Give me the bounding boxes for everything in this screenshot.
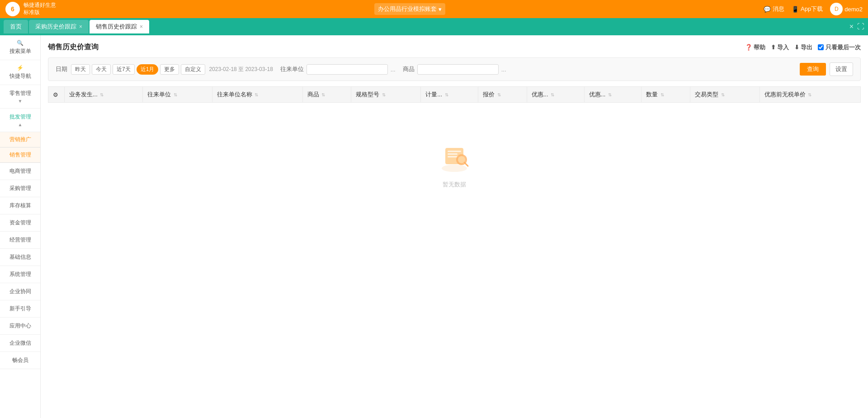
brand-name: 畅捷通好生意 标准版 bbox=[24, 2, 56, 16]
sidebar-item-search[interactable]: 🔍 搜索菜单 bbox=[0, 35, 40, 60]
sidebar-item-member[interactable]: 畅会员 bbox=[0, 352, 40, 369]
help-button[interactable]: ❓ 帮助 bbox=[745, 43, 765, 52]
column-discount2[interactable]: 优惠... ⇅ bbox=[584, 87, 642, 103]
product-lookup-button[interactable]: ... bbox=[501, 66, 506, 73]
sort-icon-discount1: ⇅ bbox=[551, 92, 554, 97]
column-partner-name[interactable]: 往来单位名称 ⇅ bbox=[212, 87, 302, 103]
sidebar-item-wechat[interactable]: 企业微信 bbox=[0, 335, 40, 352]
sidebar-item-retail[interactable]: 零售管理 ▼ bbox=[0, 85, 40, 109]
date-btn-more[interactable]: 更多 bbox=[160, 64, 179, 75]
filter-bar: 日期 昨天 今天 近7天 近1月 更多 自定义 2023-02-18 至 202… bbox=[48, 57, 861, 81]
chevron-down-icon: ▼ bbox=[18, 99, 23, 104]
avatar: D bbox=[830, 3, 843, 15]
product-filter-group: 商品 ... bbox=[403, 64, 506, 75]
nav-icon: ⚡ bbox=[17, 65, 24, 71]
date-btn-1month[interactable]: 近1月 bbox=[137, 64, 159, 75]
topbar: 6 畅捷通好生意 标准版 办公用品行业模拟账套 ▾ 💬 消息 📱 App下载 D… bbox=[0, 0, 868, 18]
sort-icon-partner-name: ⇅ bbox=[255, 92, 258, 97]
sort-icon-product: ⇅ bbox=[321, 92, 325, 97]
help-icon: ❓ bbox=[745, 44, 752, 51]
date-label: 日期 bbox=[56, 65, 67, 73]
sidebar-search-label: 搜索菜单 bbox=[9, 48, 31, 55]
sidebar-enterprise-label: 企业协同 bbox=[9, 288, 31, 295]
sidebar-basicinfo-label: 基础信息 bbox=[9, 253, 31, 261]
partner-input[interactable] bbox=[307, 64, 388, 75]
sidebar-sub-marketing[interactable]: 营销推广 bbox=[0, 132, 40, 147]
last-only-input[interactable] bbox=[818, 44, 824, 50]
topbar-right: 💬 消息 📱 App下载 D demo2 bbox=[764, 3, 863, 15]
column-product[interactable]: 商品 ⇅ bbox=[302, 87, 351, 103]
chevron-down-icon: ▾ bbox=[439, 6, 442, 13]
sidebar-member-label: 畅会员 bbox=[12, 356, 28, 364]
message-button[interactable]: 💬 消息 bbox=[764, 5, 784, 13]
sidebar-sub-sales[interactable]: 销售管理 bbox=[0, 147, 40, 163]
column-unit[interactable]: 计量... ⇅ bbox=[421, 87, 478, 103]
tab-purchase-history[interactable]: 采购历史价跟踪 × bbox=[29, 20, 89, 33]
column-spec[interactable]: 规格型号 ⇅ bbox=[351, 87, 421, 103]
date-btn-custom[interactable]: 自定义 bbox=[181, 64, 205, 75]
sidebar-retail-label: 零售管理 bbox=[9, 90, 31, 97]
sidebar: 🔍 搜索菜单 ⚡ 快捷导航 零售管理 ▼ 批发管理 ▲ 营销推广 销售管理 电商… bbox=[0, 35, 41, 418]
column-price[interactable]: 报价 ⇅ bbox=[478, 87, 527, 103]
sidebar-system-label: 系统管理 bbox=[9, 271, 31, 278]
sidebar-item-guide[interactable]: 新手引导 bbox=[0, 300, 40, 318]
sidebar-item-ecommerce[interactable]: 电商管理 bbox=[0, 163, 40, 180]
column-trade-type[interactable]: 交易类型 ⇅ bbox=[690, 87, 760, 103]
column-qty[interactable]: 数量 ⇅ bbox=[642, 87, 690, 103]
column-discount1[interactable]: 优惠... ⇅ bbox=[527, 87, 584, 103]
sidebar-inventory-label: 库存核算 bbox=[9, 202, 31, 209]
sidebar-item-inventory[interactable]: 库存核算 bbox=[0, 197, 40, 214]
sidebar-item-finance[interactable]: 资金管理 bbox=[0, 214, 40, 232]
last-only-checkbox[interactable]: 只看最后一次 bbox=[818, 43, 861, 52]
sidebar-item-operations[interactable]: 经营管理 bbox=[0, 232, 40, 249]
tab-sales-history[interactable]: 销售历史价跟踪 × bbox=[90, 20, 149, 33]
user-menu[interactable]: D demo2 bbox=[830, 3, 863, 15]
date-btn-7days[interactable]: 近7天 bbox=[113, 64, 135, 75]
close-all-tabs-button[interactable]: × bbox=[849, 23, 854, 31]
search-button[interactable]: 查询 bbox=[800, 63, 826, 76]
column-partner-code[interactable]: 往来单位 ⇅ bbox=[143, 87, 212, 103]
sort-icon-trade-type: ⇅ bbox=[721, 92, 725, 97]
empty-text: 暂无数据 bbox=[443, 180, 466, 189]
sidebar-purchase-label: 采购管理 bbox=[9, 185, 31, 192]
column-gear[interactable]: ⚙ bbox=[48, 87, 65, 103]
topbar-left: 6 畅捷通好生意 标准版 bbox=[5, 2, 56, 16]
sidebar-item-basic-info[interactable]: 基础信息 bbox=[0, 249, 40, 266]
app-logo: 6 bbox=[5, 2, 20, 16]
partner-label: 往来单位 bbox=[280, 65, 304, 73]
tab-home[interactable]: 首页 bbox=[4, 20, 28, 33]
sort-icon-partner-code: ⇅ bbox=[174, 92, 177, 97]
partner-lookup-button[interactable]: ... bbox=[391, 66, 396, 73]
tab-home-label: 首页 bbox=[10, 23, 22, 31]
tab-purchase-history-label: 采购历史价跟踪 bbox=[35, 23, 76, 31]
sidebar-item-system[interactable]: 系统管理 bbox=[0, 266, 40, 283]
sidebar-item-enterprise[interactable]: 企业协同 bbox=[0, 283, 40, 300]
close-sales-history-tab[interactable]: × bbox=[140, 24, 143, 30]
date-btn-yesterday[interactable]: 昨天 bbox=[71, 64, 90, 75]
product-input[interactable] bbox=[417, 64, 499, 75]
maximize-button[interactable]: ⛶ bbox=[857, 23, 864, 31]
search-icon: 🔍 bbox=[17, 40, 24, 46]
sort-icon-price: ⇅ bbox=[497, 92, 501, 97]
topbar-center: 办公用品行业模拟账套 ▾ bbox=[374, 3, 445, 15]
app-download-label: App下载 bbox=[801, 5, 823, 13]
setting-button[interactable]: 设置 bbox=[830, 62, 853, 76]
sidebar-item-quick-nav[interactable]: ⚡ 快捷导航 bbox=[0, 60, 40, 85]
sidebar-item-purchase[interactable]: 采购管理 bbox=[0, 180, 40, 197]
sidebar-apps-label: 应用中心 bbox=[9, 322, 31, 330]
filter-actions: 查询 设置 bbox=[800, 62, 853, 76]
svg-line-7 bbox=[464, 162, 468, 166]
sidebar-item-apps[interactable]: 应用中心 bbox=[0, 318, 40, 335]
app-download-button[interactable]: 📱 App下载 bbox=[792, 5, 823, 13]
column-pretax-price[interactable]: 优惠前无税单价 ⇅ bbox=[760, 87, 860, 103]
tab-sales-history-label: 销售历史价跟踪 bbox=[96, 23, 137, 31]
date-btn-today[interactable]: 今天 bbox=[92, 64, 111, 75]
column-biz-date[interactable]: 业务发生... ⇅ bbox=[65, 87, 143, 103]
company-selector[interactable]: 办公用品行业模拟账套 ▾ bbox=[374, 3, 445, 15]
import-icon: ⬆ bbox=[771, 44, 776, 51]
sidebar-item-wholesale[interactable]: 批发管理 ▲ bbox=[0, 109, 40, 132]
export-button[interactable]: ⬇ 导出 bbox=[794, 43, 812, 52]
import-button[interactable]: ⬆ 导入 bbox=[771, 43, 789, 52]
close-purchase-history-tab[interactable]: × bbox=[79, 24, 82, 30]
tabbar: 首页 采购历史价跟踪 × 销售历史价跟踪 × × ⛶ bbox=[0, 18, 868, 35]
